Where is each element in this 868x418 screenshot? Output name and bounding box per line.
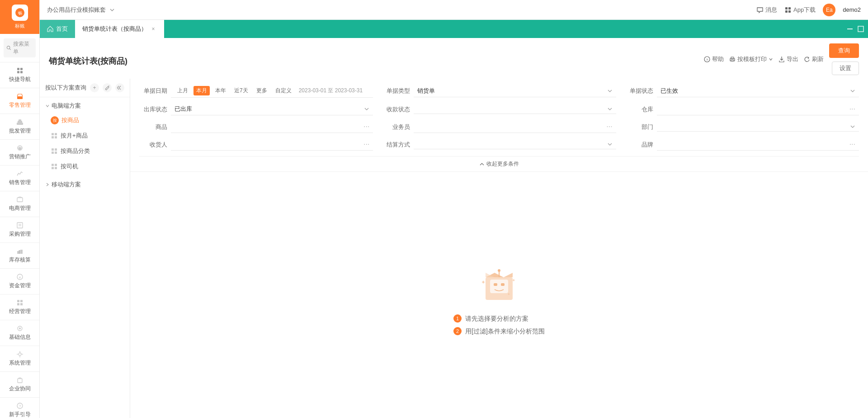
brand-more-btn[interactable]: ··· [849, 140, 855, 148]
enterprise-icon [16, 376, 24, 384]
scheme-item-by-printer[interactable]: 按司机 [40, 159, 130, 174]
page-actions: ? 帮助 按模板打印 [704, 43, 859, 79]
setting-button[interactable]: 设置 [832, 62, 859, 75]
user-avatar[interactable]: Ea [823, 4, 835, 16]
scheme-collapse-btn[interactable] [115, 83, 124, 92]
out-status-field[interactable]: 已出库 [171, 103, 373, 115]
scheme-item-icon-text: 按 [53, 118, 57, 124]
date-field[interactable]: 上月 本月 本年 近7天 更多 自定义 2023-03-01 至 2023-03… [171, 84, 373, 98]
sidebar-item-wholesale[interactable]: 批发管理 [0, 114, 39, 140]
scheme-pc-header[interactable]: 电脑端方案 [40, 99, 130, 113]
scheme-add-btn[interactable]: + [90, 83, 99, 92]
sidebar-item-basic[interactable]: 基础信息 [0, 320, 39, 346]
scheme-item-by-product[interactable]: 按 按商品 [40, 113, 130, 128]
department-field[interactable] [657, 122, 859, 132]
svg-rect-11 [19, 119, 21, 121]
page-title: 销货单统计表(按商品) [49, 56, 127, 66]
scheme-item-label-category: 按商品分类 [61, 147, 90, 155]
tab-minimize-icon[interactable] [846, 25, 854, 33]
svg-rect-13 [17, 198, 23, 202]
sidebar-item-marketing[interactable]: 营销推广 [0, 140, 39, 166]
department-label: 部门 [625, 123, 657, 131]
category-icon [51, 148, 57, 154]
system-icon [16, 351, 24, 358]
svg-rect-44 [788, 10, 791, 13]
sidebar-item-inventory[interactable]: 库存核算 [0, 243, 39, 269]
bill-type-field[interactable]: 销货单 [414, 85, 616, 97]
collapse-up-icon [479, 162, 485, 167]
quick-nav-icon [16, 67, 24, 74]
date-btn-last-month[interactable]: 上月 [175, 86, 191, 95]
sidebar-quick-nav[interactable]: 快捷导航 [0, 62, 39, 88]
svg-rect-54 [52, 136, 54, 138]
app-download-btn[interactable]: App下载 [784, 6, 816, 14]
product-more-btn[interactable]: ··· [363, 123, 369, 131]
tab-maximize-icon[interactable] [857, 25, 864, 33]
warehouse-more-btn[interactable]: ··· [849, 105, 855, 113]
salesperson-field[interactable]: ··· [414, 121, 616, 133]
tab-report[interactable]: 销货单统计表（按商品） × [75, 20, 164, 38]
sidebar-item-retail[interactable]: 零售管理 [0, 88, 39, 114]
svg-rect-5 [20, 68, 23, 70]
query-button[interactable]: 查询 [829, 43, 859, 58]
search-input-wrapper[interactable]: 搜索菜单 [4, 38, 36, 57]
salesperson-label: 业务员 [382, 123, 414, 131]
svg-point-28 [19, 353, 21, 356]
date-range-text: 2023-03-01 至 2023-03-31 [299, 87, 363, 95]
date-btn-custom[interactable]: 自定义 [273, 86, 294, 95]
date-btn-more[interactable]: 更多 [254, 86, 270, 95]
sidebar-item-purchase[interactable]: 采购管理 [0, 217, 39, 243]
sidebar-item-ecommerce[interactable]: 电商管理 [0, 191, 39, 217]
download-icon [784, 6, 792, 14]
receiver-field[interactable]: ··· [171, 138, 373, 151]
scheme-item-by-month-product[interactable]: 按月+商品 [40, 128, 130, 143]
collapse-icon [117, 85, 123, 90]
date-btn-7days[interactable]: 近7天 [231, 86, 251, 95]
svg-rect-61 [55, 164, 57, 166]
message-btn[interactable]: 消息 [756, 6, 777, 14]
settlement-field[interactable] [414, 140, 616, 149]
refresh-btn[interactable]: 刷新 [804, 55, 824, 63]
help-icon: ? [704, 56, 710, 62]
export-btn[interactable]: 导出 [778, 55, 798, 63]
tab-close-btn[interactable]: × [150, 25, 157, 33]
top-header: 办公用品行业模拟账套 消息 App下载 [40, 0, 868, 20]
receiver-label: 收货人 [139, 141, 171, 149]
help-btn[interactable]: ? 帮助 [704, 55, 724, 63]
scheme-item-label-product: 按商品 [61, 116, 79, 124]
brand-field[interactable]: ··· [657, 138, 859, 151]
sidebar-item-finance[interactable]: ¥ 资金管理 [0, 269, 39, 294]
sidebar-item-operations[interactable]: 经营管理 [0, 294, 39, 320]
receiver-more-btn[interactable]: ··· [363, 140, 369, 148]
app-logo[interactable]: 畅 标账 [0, 0, 40, 34]
svg-rect-53 [55, 133, 57, 135]
sidebar-item-enterprise[interactable]: 企业协同 [0, 372, 39, 398]
warehouse-field[interactable]: ··· [657, 103, 859, 115]
sidebar-item-system[interactable]: 系统管理 [0, 346, 39, 372]
top-header-right: 消息 App下载 Ea demo2 [756, 4, 861, 16]
scheme-edit-btn[interactable] [103, 83, 112, 92]
svg-rect-19 [19, 250, 20, 254]
sidebar-item-label-marketing: 营销推广 [9, 153, 31, 161]
workspace-dropdown-icon[interactable] [109, 7, 115, 13]
salesperson-more-btn[interactable]: ··· [606, 123, 612, 131]
logo-icon: 畅 [12, 5, 28, 21]
retail-icon [16, 93, 24, 100]
tab-home[interactable]: 首页 [40, 20, 75, 38]
date-btn-this-month[interactable]: 本月 [193, 86, 210, 95]
bill-type-label: 单据类型 [382, 87, 414, 95]
sidebar-item-sales[interactable]: 销售管理 [0, 166, 39, 191]
bill-status-field[interactable]: 已生效 [657, 85, 859, 97]
date-btn-this-year[interactable]: 本年 [212, 86, 229, 95]
sidebar-item-label-newguide: 新手引导 [9, 411, 31, 418]
svg-point-69 [498, 269, 500, 272]
product-field[interactable]: ··· [171, 121, 373, 133]
scheme-mobile-header[interactable]: 移动端方案 [40, 178, 130, 191]
filter-row-2: 出库状态 已出库 收款状态 [139, 103, 859, 115]
template-print-btn[interactable]: 按模板打印 [729, 55, 773, 63]
collection-status-field[interactable] [414, 104, 616, 114]
scheme-item-by-category[interactable]: 按商品分类 [40, 143, 130, 159]
collapse-bar[interactable]: 收起更多条件 [139, 156, 859, 171]
svg-text:¥: ¥ [18, 276, 21, 280]
sidebar-item-newguide[interactable]: ? 新手引导 [0, 398, 39, 418]
